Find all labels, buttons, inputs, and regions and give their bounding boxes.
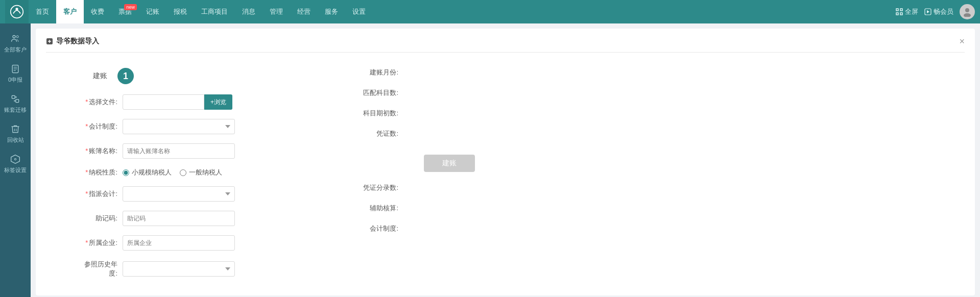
helper-code-row: 助记码:	[77, 211, 322, 226]
sidebar-item-all-clients[interactable]: 全部客户	[0, 29, 31, 59]
assign-accountant-row: *指派会计:	[77, 186, 322, 202]
svg-point-9	[964, 13, 971, 17]
tax-type-small[interactable]: 小规模纳税人	[123, 168, 172, 177]
move-icon	[10, 94, 20, 104]
file-input[interactable]	[123, 94, 204, 110]
tax-type-group: 小规模纳税人 一般纳税人	[123, 168, 222, 177]
member-btn[interactable]: 畅会员	[924, 7, 953, 16]
user-avatar-icon	[962, 7, 972, 17]
account-month-label: 建账月份:	[352, 68, 398, 77]
logo	[5, 0, 29, 23]
fullscreen-btn[interactable]: 全屏	[896, 7, 918, 16]
tax-type-label: *纳税性质:	[77, 168, 117, 177]
panel-title: 导爷数据导入	[46, 37, 965, 53]
ledger-name-row: *账簿名称:	[77, 143, 322, 159]
svg-rect-3	[900, 9, 902, 11]
svg-point-1	[15, 8, 18, 10]
nav-item-service[interactable]: 服务	[318, 0, 345, 23]
voucher-record-row: 凭证分录数:	[352, 183, 506, 192]
tax-type-row: *纳税性质: 小规模纳税人 一般纳税人	[77, 168, 322, 177]
voucher-count-label: 凭证数:	[352, 129, 398, 138]
nav-item-account[interactable]: 记账	[139, 0, 166, 23]
sidebar: 全部客户 0申报 账套迁移 回收站	[0, 23, 31, 297]
svg-point-8	[965, 8, 969, 12]
file-label: *选择文件:	[77, 97, 117, 107]
account-month-row: 建账月份:	[352, 68, 506, 77]
nav-item-message[interactable]: 消息	[235, 0, 262, 23]
top-nav: 首页 客户 收费 票据 new 记账 报税 工商项目 消息 管理 经营	[0, 0, 980, 23]
svg-rect-5	[900, 13, 902, 15]
nav-item-business[interactable]: 工商项目	[194, 0, 235, 23]
svg-point-11	[16, 36, 18, 38]
step-header: 建账 1	[77, 68, 322, 84]
play-icon	[924, 8, 931, 15]
belong-company-row: *所属企业:	[77, 235, 322, 251]
account-system-label: 会计制度:	[352, 224, 398, 233]
voucher-record-label: 凭证分录数:	[352, 183, 398, 192]
close-button[interactable]: ×	[959, 37, 965, 46]
users-icon	[10, 34, 20, 44]
match-subject-row: 匹配科目数:	[352, 88, 506, 97]
trash-icon	[10, 124, 20, 134]
assign-accountant-label: *指派会计:	[77, 189, 117, 199]
accounting-system-row: *会计制度:	[77, 119, 322, 134]
svg-marker-7	[927, 10, 929, 13]
main-content: 导爷数据导入 × 建账 1 *选择文件: +浏览	[31, 23, 980, 297]
svg-point-20	[14, 158, 16, 160]
form-right: 建账月份: 匹配科目数: 科目期初数: 凭证数: 建账	[352, 68, 506, 287]
nav-item-operation[interactable]: 经营	[290, 0, 318, 23]
helper-code-label: 助记码:	[77, 214, 117, 223]
aux-accounting-label: 辅助核算:	[352, 204, 398, 213]
nav-item-settings[interactable]: 设置	[345, 0, 373, 23]
ref-history-year-row: 参照历史年度:	[77, 260, 322, 278]
account-system-row: 会计制度:	[352, 224, 506, 233]
panel: 导爷数据导入 × 建账 1 *选择文件: +浏览	[36, 29, 975, 295]
file-input-group: +浏览	[123, 94, 232, 110]
new-badge: new	[124, 4, 137, 10]
nav-item-manage[interactable]: 管理	[262, 0, 290, 23]
tag-icon	[10, 154, 20, 164]
nav-item-home[interactable]: 首页	[29, 0, 56, 23]
accounting-system-label: *会计制度:	[77, 122, 117, 131]
form-left: 建账 1 *选择文件: +浏览 *会计制度:	[77, 68, 322, 287]
svg-rect-16	[12, 95, 15, 98]
nav-item-client[interactable]: 客户	[56, 0, 84, 23]
match-subject-label: 匹配科目数:	[352, 88, 398, 97]
nav-items: 首页 客户 收费 票据 new 记账 报税 工商项目 消息 管理 经营	[29, 0, 896, 23]
nav-right: 全屏 畅会员	[896, 4, 975, 19]
voucher-count-row: 凭证数:	[352, 129, 506, 138]
import-icon	[46, 38, 53, 45]
create-account-button[interactable]: 建账	[424, 155, 475, 172]
file-row: *选择文件: +浏览	[77, 94, 322, 110]
fullscreen-icon	[896, 8, 903, 15]
avatar[interactable]	[960, 4, 975, 19]
sidebar-item-account-move[interactable]: 账套迁移	[0, 89, 31, 119]
svg-point-10	[13, 35, 15, 38]
belong-company-label: *所属企业:	[77, 238, 117, 247]
file-icon	[10, 64, 20, 74]
sidebar-item-declaration[interactable]: 0申报	[0, 59, 31, 89]
step-label-text: 建账	[77, 71, 107, 81]
accounting-system-select[interactable]	[123, 119, 235, 134]
nav-item-tax[interactable]: 报税	[166, 0, 194, 23]
svg-rect-4	[896, 13, 898, 15]
subject-init-row: 科目期初数:	[352, 109, 506, 118]
svg-rect-17	[16, 100, 19, 103]
tax-type-general[interactable]: 一般纳税人	[180, 168, 222, 177]
assign-accountant-select[interactable]	[123, 186, 235, 202]
ledger-name-label: *账簿名称:	[77, 146, 117, 156]
sidebar-item-tag-settings[interactable]: 标签设置	[0, 149, 31, 179]
step-circle: 1	[117, 68, 134, 84]
belong-company-input[interactable]	[123, 235, 235, 251]
helper-code-input[interactable]	[123, 211, 235, 226]
nav-item-invoice[interactable]: 票据 new	[111, 0, 139, 23]
svg-point-0	[11, 6, 23, 18]
form-area: 建账 1 *选择文件: +浏览 *会计制度:	[46, 63, 965, 287]
browse-button[interactable]: +浏览	[204, 94, 232, 110]
aux-accounting-row: 辅助核算:	[352, 204, 506, 213]
ledger-name-input[interactable]	[123, 143, 235, 159]
subject-init-label: 科目期初数:	[352, 109, 398, 118]
nav-item-fee[interactable]: 收费	[84, 0, 111, 23]
sidebar-item-trash[interactable]: 回收站	[0, 119, 31, 149]
ref-history-year-select[interactable]	[123, 261, 235, 277]
